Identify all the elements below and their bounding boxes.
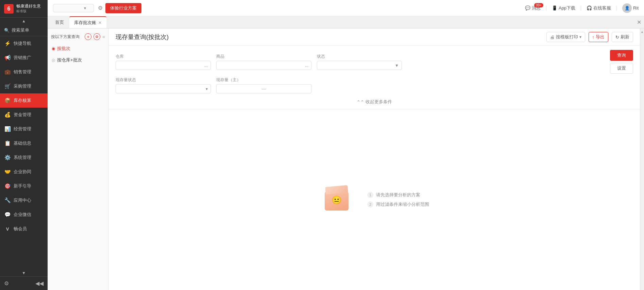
sidebar-search-label: 搜索菜单 xyxy=(12,27,29,33)
close-panel-button[interactable]: ✕ xyxy=(637,19,641,25)
print-template-button[interactable]: 🖨 按模板打印 ▾ xyxy=(546,32,585,42)
stock-status-select-wrap[interactable]: ▾ xyxy=(116,84,211,93)
stock-status-filter-label: 现存量状态 xyxy=(116,77,211,83)
purchase-icon: 🛒 xyxy=(4,83,11,90)
filter-product: 商品 ... xyxy=(216,54,311,70)
tip-number-2: 2 xyxy=(367,201,373,207)
status-select-wrap[interactable]: ▼ xyxy=(317,61,402,70)
trial-button[interactable]: 体验行业方案 xyxy=(105,3,141,13)
sidebar-item-marketing[interactable]: 📢 营销推广 xyxy=(0,51,48,65)
filter-stock-qty: 现存量（主） — xyxy=(216,77,311,93)
sidebar-item-inventory[interactable]: 📦 库存核算 xyxy=(0,93,48,108)
right-content: 现存量查询(按批次) 🖨 按模板打印 ▾ ↑ 导出 ↻ 刷新 xyxy=(109,29,640,290)
status-select[interactable] xyxy=(320,63,393,68)
topbar-search-input[interactable] xyxy=(56,6,83,11)
scrollbar-up-icon[interactable]: ▲ xyxy=(641,30,644,34)
app-download-label: App下载 xyxy=(559,5,575,11)
collapse-up-icon: ⌃⌃ xyxy=(357,99,364,105)
topbar-gear-icon[interactable]: ⚙ xyxy=(98,5,103,11)
newbie-icon: 🎯 xyxy=(4,183,11,189)
empty-illustration: 😐 xyxy=(320,183,354,217)
tab-inventory-batch[interactable]: 库存批次账 ✕ xyxy=(69,16,106,28)
collapse-left-panel-icon[interactable]: « xyxy=(102,34,105,39)
filter-area: 仓库 ... 商品 ... 状态 xyxy=(109,46,640,109)
collapse-more-filters[interactable]: ⌃⌃ 收起更多条件 xyxy=(116,97,633,105)
basic-icon: 📋 xyxy=(4,140,11,147)
app-version: 标准版 xyxy=(16,9,41,14)
print-dropdown-icon[interactable]: ▾ xyxy=(579,35,581,39)
query-button[interactable]: 查询 xyxy=(610,50,633,61)
stock-qty-range-wrap[interactable]: — xyxy=(216,84,311,93)
sidebar-item-sales[interactable]: 💼 销售管理 xyxy=(0,65,48,79)
stock-status-select[interactable] xyxy=(119,86,204,91)
scheme-item-by-batch[interactable]: ◉ 按批次 xyxy=(48,43,108,54)
sidebar-item-system[interactable]: ⚙️ 系统管理 xyxy=(0,150,48,165)
export-button[interactable]: ↑ 导出 xyxy=(589,32,609,42)
sidebar-item-enterprise[interactable]: 🤝 企业协同 xyxy=(0,165,48,179)
app-download-button[interactable]: 📱 App下载 xyxy=(552,5,575,11)
tab-home-label: 首页 xyxy=(55,19,64,25)
sidebar-scroll-down[interactable]: ▼ xyxy=(0,270,48,276)
filter-action-buttons: 查询 设置 xyxy=(610,50,633,74)
status-filter-label: 状态 xyxy=(317,54,402,59)
sidebar-settings-icon[interactable]: ⚙ xyxy=(4,280,9,287)
search-icon: 🔍 xyxy=(4,28,10,33)
refresh-icon: ↻ xyxy=(615,35,619,40)
scheme-item-by-warehouse-batch[interactable]: ◎ 按仓库+批次 xyxy=(48,54,108,66)
sidebar-item-finance[interactable]: 💰 资金管理 xyxy=(0,108,48,122)
refresh-button[interactable]: ↻ 刷新 xyxy=(612,32,633,42)
sidebar-item-label-member: 畅会员 xyxy=(14,226,27,232)
filter-row-2: 现存量状态 ▾ 现存量（主） — xyxy=(116,77,633,93)
warehouse-filter-label: 仓库 xyxy=(116,54,211,59)
topbar-search-box[interactable]: ▾ xyxy=(53,4,94,12)
sidebar: 6 畅康通好生意 标准版 ▲ 🔍 搜索菜单 ⚡ 快捷导航 📢 营销推广 💼 销售… xyxy=(0,0,48,290)
sidebar-item-wechat[interactable]: 💬 企业微信 xyxy=(0,207,48,222)
sidebar-item-label-newbie: 新手引导 xyxy=(14,183,31,189)
tabbar: 首页 库存批次账 ✕ ✕ xyxy=(48,16,644,29)
sidebar-item-quick-nav[interactable]: ⚡ 快捷导航 xyxy=(0,36,48,51)
tab-home[interactable]: 首页 xyxy=(50,16,69,28)
empty-tip-2: 2 用过滤条件来缩小分析范围 xyxy=(367,201,429,207)
sidebar-item-purchase[interactable]: 🛒 采购管理 xyxy=(0,79,48,93)
sidebar-item-label-inventory: 库存核算 xyxy=(14,97,31,104)
sidebar-search-item[interactable]: 🔍 搜索菜单 xyxy=(0,24,48,36)
stock-qty-filter-label: 现存量（主） xyxy=(216,77,311,83)
filter-settings-button[interactable]: 设置 xyxy=(610,63,633,74)
user-profile-button[interactable]: 👤 Rit xyxy=(622,3,639,13)
refresh-label: 刷新 xyxy=(621,34,629,40)
online-service-button[interactable]: 🎧 在线客服 xyxy=(587,5,611,11)
product-more-icon[interactable]: ... xyxy=(305,63,308,68)
message-button[interactable]: 💬 消息 99+ xyxy=(525,5,541,11)
sidebar-item-member[interactable]: V 畅会员 xyxy=(0,222,48,236)
app-logo-icon: 6 xyxy=(4,4,14,14)
warehouse-input-wrap[interactable]: ... xyxy=(116,61,211,70)
warehouse-more-icon[interactable]: ... xyxy=(204,63,208,68)
sidebar-item-apps[interactable]: 🔧 应用中心 xyxy=(0,193,48,207)
sidebar-item-business[interactable]: 📊 经营管理 xyxy=(0,122,48,136)
apps-icon: 🔧 xyxy=(4,197,11,204)
tip-1-text: 请先选择要分析的方案 xyxy=(376,192,420,198)
filter-row-1: 仓库 ... 商品 ... 状态 xyxy=(116,50,633,74)
tab-inventory-batch-label: 库存批次账 xyxy=(74,20,96,26)
tab-close-icon[interactable]: ✕ xyxy=(98,21,102,25)
add-scheme-button[interactable]: + xyxy=(85,33,91,40)
sales-icon: 💼 xyxy=(4,69,11,75)
phone-icon: 📱 xyxy=(552,5,557,11)
enterprise-icon: 🤝 xyxy=(4,168,11,175)
stock-qty-min-input[interactable] xyxy=(219,86,260,91)
product-input[interactable] xyxy=(219,63,304,68)
sidebar-scroll-up[interactable]: ▲ xyxy=(0,18,48,24)
filter-warehouse: 仓库 ... xyxy=(116,54,211,70)
warehouse-input[interactable] xyxy=(119,63,203,68)
sidebar-item-basic[interactable]: 📋 基础信息 xyxy=(0,136,48,150)
scheme-settings-button[interactable]: ⚙ xyxy=(94,33,100,40)
sidebar-collapse-icon[interactable]: ◀◀ xyxy=(35,280,44,287)
sidebar-item-label-apps: 应用中心 xyxy=(14,197,31,203)
product-input-wrap[interactable]: ... xyxy=(216,61,311,70)
right-scrollbar: ▲ xyxy=(640,29,644,290)
topbar-search-dropdown-icon[interactable]: ▾ xyxy=(84,6,86,11)
wechat-icon: 💬 xyxy=(4,211,11,218)
stock-qty-max-input[interactable] xyxy=(268,86,309,91)
sidebar-item-label-wechat: 企业微信 xyxy=(14,212,31,218)
sidebar-item-newbie[interactable]: 🎯 新手引导 xyxy=(0,179,48,193)
